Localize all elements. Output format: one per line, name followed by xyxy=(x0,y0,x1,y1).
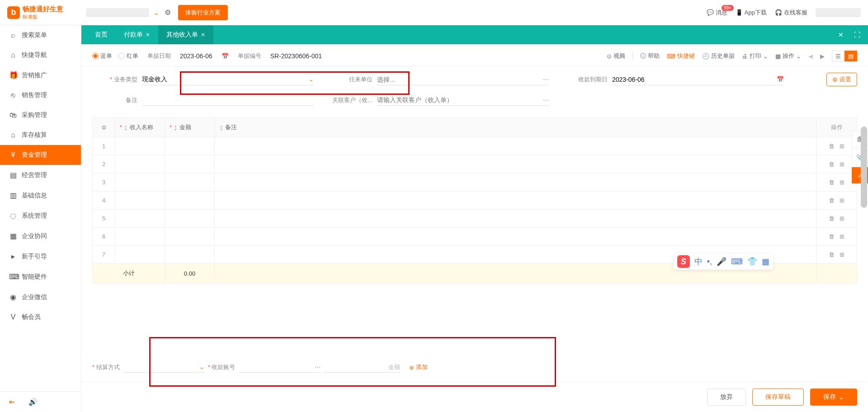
income-name-cell[interactable] xyxy=(115,228,165,246)
sidebar-item-2[interactable]: 🎁营销推广 xyxy=(0,65,81,85)
remark-cell[interactable] xyxy=(215,155,816,173)
settle-method-input[interactable] xyxy=(123,364,199,370)
copy-icon[interactable]: ⊞ xyxy=(840,251,844,258)
next-button[interactable]: ▶ xyxy=(820,53,825,60)
chevron-down-icon[interactable]: ⌄ xyxy=(199,364,204,370)
list-view-button[interactable]: ☰ xyxy=(832,51,844,61)
sidebar-item-5[interactable]: ⌂库存核算 xyxy=(0,125,81,145)
ime-menu-icon[interactable]: ▦ xyxy=(762,257,769,267)
messages-button[interactable]: 💬 消息 99+ xyxy=(707,9,727,17)
user-placeholder[interactable] xyxy=(816,8,861,17)
tenant-selector[interactable]: ⌄ xyxy=(86,8,159,17)
help-button[interactable]: ⓘ帮助 xyxy=(640,52,660,60)
card-view-button[interactable]: ▤ xyxy=(844,51,857,61)
sidebar-item-9[interactable]: ◌系统管理 xyxy=(0,206,81,226)
sidebar-item-6[interactable]: ¥资金管理 xyxy=(0,145,81,165)
settle-account-input[interactable] xyxy=(239,364,315,370)
due-date-input[interactable] xyxy=(612,76,777,83)
close-icon[interactable]: ✕ xyxy=(146,32,150,38)
radio-red[interactable]: 红单 xyxy=(118,52,138,60)
link-customer-field[interactable]: ⋯ xyxy=(377,94,549,106)
amount-cell[interactable] xyxy=(165,246,215,264)
table-row[interactable]: 3 🗑 ⊞ xyxy=(93,173,857,192)
table-row[interactable]: 1 🗑 ⊞ xyxy=(93,137,857,155)
sidebar-item-11[interactable]: ▸新手引导 xyxy=(0,246,81,267)
remark-header[interactable]: ▲▼备注 xyxy=(215,118,816,137)
remark-cell[interactable] xyxy=(215,173,816,192)
copy-icon[interactable]: ⊞ xyxy=(840,233,844,240)
sidebar-item-10[interactable]: ▦企业协同 xyxy=(0,226,81,246)
save-button[interactable]: 保存⌄ xyxy=(810,389,857,406)
ime-mic-icon[interactable]: 🎤 xyxy=(717,257,726,267)
biz-type-input[interactable] xyxy=(142,76,309,83)
income-name-cell[interactable] xyxy=(115,246,165,264)
ime-keyboard-icon[interactable]: ⌨ xyxy=(731,257,743,267)
income-name-header[interactable]: ▲▼收入名称 xyxy=(115,118,165,137)
ime-mode[interactable]: 中 xyxy=(694,256,703,267)
sidebar-item-13[interactable]: ◉企业微信 xyxy=(0,287,81,307)
sidebar-item-3[interactable]: ⎋销售管理 xyxy=(0,85,81,105)
income-name-cell[interactable] xyxy=(115,155,165,173)
app-download-button[interactable]: 📱 App下载 xyxy=(736,9,767,17)
close-icon[interactable]: ✕ xyxy=(201,32,205,38)
counterparty-input[interactable] xyxy=(377,76,543,83)
remark-field[interactable] xyxy=(142,94,314,106)
ime-skin-icon[interactable]: 👕 xyxy=(747,257,757,267)
sidebar-item-8[interactable]: ▥基础信息 xyxy=(0,185,81,206)
copy-icon[interactable]: ⊞ xyxy=(840,197,844,204)
remark-input[interactable] xyxy=(142,96,314,103)
settle-method-select[interactable]: ⌄ xyxy=(123,362,204,373)
delete-icon[interactable]: 🗑 xyxy=(829,251,835,258)
settle-amount-input[interactable] xyxy=(324,364,400,370)
income-name-cell[interactable] xyxy=(115,210,165,228)
amount-cell[interactable] xyxy=(165,137,215,155)
table-row[interactable]: 5 🗑 ⊞ xyxy=(93,210,857,228)
settings-button[interactable]: ⚙设置 xyxy=(826,73,857,86)
online-service-button[interactable]: 🎧 在线客服 xyxy=(775,9,807,17)
amount-cell[interactable] xyxy=(165,210,215,228)
gear-icon[interactable]: ⚙ xyxy=(165,8,171,17)
more-icon[interactable]: ⋯ xyxy=(543,76,549,83)
tab-2[interactable]: 其他收入单✕ xyxy=(158,25,213,44)
delete-icon[interactable]: 🗑 xyxy=(829,179,835,186)
delete-icon[interactable]: 🗑 xyxy=(829,233,835,240)
amount-cell[interactable] xyxy=(165,192,215,210)
amount-cell[interactable] xyxy=(165,155,215,173)
sidebar-item-14[interactable]: V畅会员 xyxy=(0,307,81,327)
sidebar-item-0[interactable]: ⌕搜索菜单 xyxy=(0,25,81,45)
income-name-cell[interactable] xyxy=(115,192,165,210)
copy-icon[interactable]: ⊞ xyxy=(840,161,844,168)
add-settlement-button[interactable]: ⊕ 添加 xyxy=(409,363,428,371)
biz-type-select[interactable]: ⌄ xyxy=(142,74,314,85)
counterparty-select[interactable]: ⋯ xyxy=(377,74,549,85)
settle-amount-field[interactable] xyxy=(324,362,400,373)
chevron-down-icon[interactable]: ⌄ xyxy=(154,9,159,16)
remark-cell[interactable] xyxy=(215,137,816,155)
sidebar-item-4[interactable]: 🛍采购管理 xyxy=(0,105,81,125)
settle-account-select[interactable]: ⋯ xyxy=(239,362,321,373)
table-row[interactable]: 4 🗑 ⊞ xyxy=(93,192,857,210)
calendar-icon[interactable]: 📅 xyxy=(222,53,229,60)
income-name-cell[interactable] xyxy=(115,173,165,192)
copy-icon[interactable]: ⊞ xyxy=(840,215,844,222)
amount-cell[interactable] xyxy=(165,173,215,192)
scrollbar-thumb[interactable] xyxy=(861,126,867,208)
delete-icon[interactable]: 🗑 xyxy=(829,161,835,168)
shortcut-button[interactable]: ⌨快捷键 xyxy=(667,52,695,60)
copy-icon[interactable]: ⊞ xyxy=(840,143,844,150)
tab-close-button[interactable]: ✕ xyxy=(835,28,847,41)
try-industry-button[interactable]: 体验行业方案 xyxy=(178,5,228,20)
more-icon[interactable]: ⋯ xyxy=(543,97,549,103)
ime-toolbar[interactable]: S 中 •, 🎤 ⌨ 👕 ▦ xyxy=(674,253,773,270)
gear-column-header[interactable]: ⚙ xyxy=(93,118,115,137)
more-icon[interactable]: ⋯ xyxy=(315,364,321,370)
table-row[interactable]: 2 🗑 ⊞ xyxy=(93,155,857,173)
remark-cell[interactable] xyxy=(215,192,816,210)
amount-cell[interactable] xyxy=(165,228,215,246)
sidebar-item-7[interactable]: ▤经营管理 xyxy=(0,165,81,185)
collapse-icon[interactable]: ⇤ xyxy=(9,398,15,406)
radio-blue[interactable]: 蓝单 xyxy=(92,52,112,60)
copy-icon[interactable]: ⊞ xyxy=(840,179,844,186)
date-value[interactable]: 2023-06-06 xyxy=(180,52,212,60)
table-row[interactable]: 6 🗑 ⊞ xyxy=(93,228,857,246)
